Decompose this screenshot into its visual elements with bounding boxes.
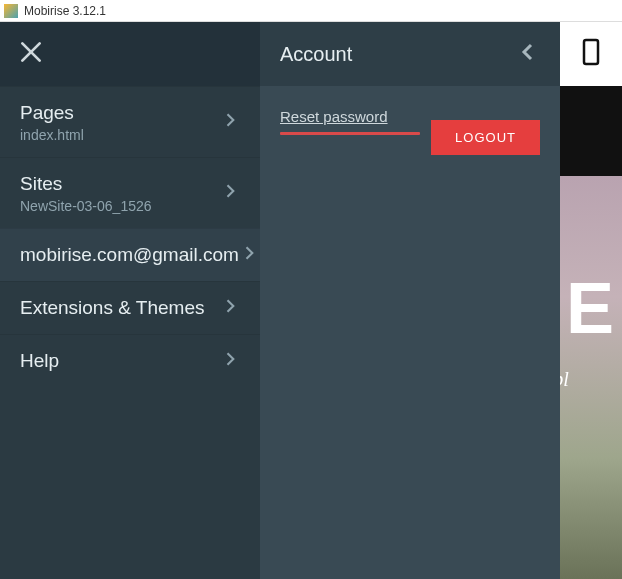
svg-rect-2 <box>584 40 598 64</box>
preview-header-dark <box>560 86 622 176</box>
chevron-right-icon <box>220 349 240 373</box>
window-title: Mobirise 3.12.1 <box>24 4 106 18</box>
sidebar-item-subtitle: NewSite-03-06_1526 <box>20 198 152 214</box>
sidebar-item-sites[interactable]: Sites NewSite-03-06_1526 <box>0 157 260 228</box>
app-icon <box>4 4 18 18</box>
hero-line: title a <box>560 394 622 424</box>
sidebar-item-subtitle: index.html <box>20 127 84 143</box>
mobile-icon[interactable] <box>581 38 601 70</box>
logout-button[interactable]: LOGOUT <box>431 120 540 155</box>
account-panel: Account Reset password LOGOUT <box>260 22 560 579</box>
sidebar-spacer <box>0 387 260 580</box>
chevron-left-icon[interactable] <box>516 40 540 68</box>
sidebar-item-extensions[interactable]: Extensions & Themes <box>0 281 260 334</box>
sidebar-item-label: mobirise.com@gmail.com <box>20 243 239 267</box>
sidebar-item-label: Extensions & Themes <box>20 296 204 320</box>
panel-title: Account <box>280 43 352 66</box>
sidebar-item-account[interactable]: mobirise.com@gmail.com <box>0 228 260 281</box>
sidebar-item-label: Pages <box>20 101 84 125</box>
sidebar-item-pages[interactable]: Pages index.html <box>0 86 260 157</box>
chevron-right-icon <box>220 181 240 205</box>
highlight-underline <box>280 132 420 135</box>
preview-area: RE Click bl title a rner t <box>560 22 622 579</box>
close-icon[interactable] <box>18 39 44 69</box>
chevron-right-icon <box>220 110 240 134</box>
chevron-right-icon <box>239 243 259 267</box>
hero-text: RE Click bl title a rner t <box>560 272 622 454</box>
window-titlebar: Mobirise 3.12.1 <box>0 0 622 22</box>
chevron-right-icon <box>220 296 240 320</box>
hero-line: Click bl <box>560 364 622 394</box>
hero-title-fragment: RE <box>560 272 622 344</box>
panel-header: Account <box>260 22 560 86</box>
hero-line: rner t <box>560 424 622 454</box>
sidebar-header <box>0 22 260 86</box>
sidebar: Pages index.html Sites NewSite-03-06_152… <box>0 22 260 579</box>
sidebar-item-label: Sites <box>20 172 152 196</box>
device-toolbar <box>560 22 622 86</box>
sidebar-item-help[interactable]: Help <box>0 334 260 387</box>
reset-password-link[interactable]: Reset password <box>280 108 388 125</box>
sidebar-item-label: Help <box>20 349 59 373</box>
